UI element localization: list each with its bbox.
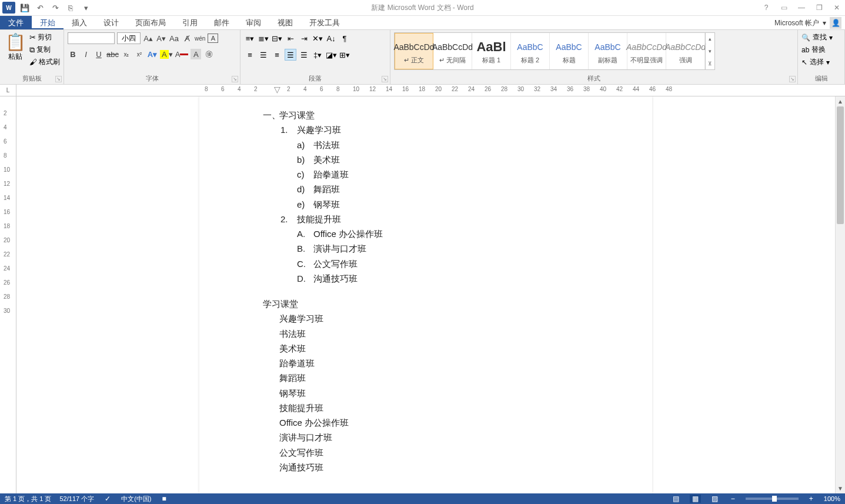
zoom-thumb[interactable] xyxy=(772,496,777,502)
doc-line[interactable]: D.沟通技巧班 xyxy=(256,272,596,285)
paste-button[interactable]: 📋 粘贴 xyxy=(4,32,27,62)
restore-button[interactable]: ❐ xyxy=(811,2,827,14)
line-spacing-button[interactable]: ‡▾ xyxy=(312,49,323,61)
subscript-button[interactable]: x₂ xyxy=(121,49,132,59)
account-area[interactable]: Microsoft 帐户 ▾ 👤 xyxy=(774,17,841,29)
doc-line[interactable]: B.演讲与口才班 xyxy=(256,242,596,255)
bold-button[interactable]: B xyxy=(68,49,78,59)
scroll-down-button[interactable]: ▼ xyxy=(836,483,845,493)
qat-touch-button[interactable]: ⎘ xyxy=(65,2,76,14)
style-item-7[interactable]: AaBbCcDd强调 xyxy=(666,33,705,69)
style-item-6[interactable]: AaBbCcDd不明显强调 xyxy=(627,33,666,69)
clear-format-button[interactable]: A̸ xyxy=(182,33,192,44)
doc-line[interactable]: a)书法班 xyxy=(256,138,596,152)
doc-line[interactable]: e)钢琴班 xyxy=(256,198,596,211)
justify-button[interactable]: ☰ xyxy=(285,49,296,61)
zoom-slider[interactable] xyxy=(746,498,799,500)
status-word-count[interactable]: 52/117 个字 xyxy=(59,495,94,503)
close-button[interactable]: ✕ xyxy=(829,2,845,14)
zoom-in-button[interactable]: + xyxy=(807,495,816,503)
style-item-2[interactable]: AaBl标题 1 xyxy=(472,33,511,69)
tab-insert[interactable]: 插入 xyxy=(64,16,95,29)
qat-customize-button[interactable]: ▾ xyxy=(80,2,92,14)
enclose-char-button[interactable]: ㊝ xyxy=(203,49,214,59)
doc-line[interactable]: 公文写作班 xyxy=(256,446,596,459)
horizontal-ruler[interactable]: 8642246810121416182022242628303234363840… xyxy=(16,85,845,96)
show-marks-button[interactable]: ¶ xyxy=(339,32,350,44)
doc-line[interactable]: 沟通技巧班 xyxy=(256,460,596,474)
page-viewport[interactable]: 一、学习课堂1.兴趣学习班a)书法班b)美术班c)跆拳道班d)舞蹈班e)钢琴班2… xyxy=(16,96,835,493)
decrease-indent-button[interactable]: ⇤ xyxy=(285,32,296,44)
grow-font-button[interactable]: A▴ xyxy=(143,33,153,44)
doc-line[interactable]: 2.技能提升班 xyxy=(256,212,596,226)
qat-save-button[interactable]: 💾 xyxy=(19,2,31,14)
status-page[interactable]: 第 1 页，共 1 页 xyxy=(5,495,51,503)
macro-record-icon[interactable]: ■ xyxy=(160,495,169,503)
replace-button[interactable]: ab替换 xyxy=(801,45,833,55)
select-button[interactable]: ↖选择 ▾ xyxy=(801,57,833,67)
ltr-button[interactable]: ✕▾ xyxy=(312,32,323,44)
read-mode-button[interactable]: ▤ xyxy=(670,495,682,503)
status-language[interactable]: 中文(中国) xyxy=(121,495,151,503)
gallery-down-button[interactable]: ▾ xyxy=(706,45,714,58)
vertical-scrollbar[interactable]: ▲ ▼ xyxy=(835,96,845,493)
indent-marker-icon[interactable]: ▽ xyxy=(274,85,280,94)
tab-layout[interactable]: 页面布局 xyxy=(127,16,174,29)
font-name-combo[interactable] xyxy=(68,32,115,44)
doc-line[interactable]: 舞蹈班 xyxy=(256,371,596,385)
doc-line[interactable]: c)跆拳道班 xyxy=(256,168,596,181)
doc-line[interactable]: C.公文写作班 xyxy=(256,257,596,271)
doc-line[interactable]: 跆拳道班 xyxy=(256,356,596,370)
char-shading-button[interactable]: A xyxy=(191,49,201,59)
clipboard-dialog-launcher[interactable]: ↘ xyxy=(55,76,62,82)
doc-line[interactable]: 演讲与口才班 xyxy=(256,430,596,444)
align-left-button[interactable]: ≡ xyxy=(244,49,256,61)
copy-button[interactable]: ⧉复制 xyxy=(29,45,60,55)
find-button[interactable]: 🔍查找 ▾ xyxy=(801,32,833,42)
increase-indent-button[interactable]: ⇥ xyxy=(298,32,310,44)
align-right-button[interactable]: ≡ xyxy=(271,49,283,61)
font-size-combo[interactable] xyxy=(117,32,141,44)
align-center-button[interactable]: ☰ xyxy=(258,49,269,61)
doc-line[interactable]: 学习课堂 xyxy=(256,297,596,311)
paragraph-dialog-launcher[interactable]: ↘ xyxy=(382,76,388,82)
underline-button[interactable]: U xyxy=(93,49,104,59)
tab-home[interactable]: 开始 xyxy=(32,16,64,29)
help-button[interactable]: ? xyxy=(758,2,774,14)
style-item-5[interactable]: AaBbC副标题 xyxy=(589,33,627,69)
doc-line[interactable]: 1.兴趣学习班 xyxy=(256,123,596,136)
cut-button[interactable]: ✂剪切 xyxy=(29,32,60,42)
tab-review[interactable]: 审阅 xyxy=(238,16,269,29)
italic-button[interactable]: I xyxy=(81,49,91,59)
doc-line[interactable]: 一、学习课堂 xyxy=(256,108,596,122)
tab-design[interactable]: 设计 xyxy=(95,16,127,29)
tab-developer[interactable]: 开发工具 xyxy=(301,16,348,29)
gallery-up-button[interactable]: ▴ xyxy=(706,33,714,45)
doc-line[interactable]: 钢琴班 xyxy=(256,386,596,400)
char-border-button[interactable]: A xyxy=(208,34,218,43)
distribute-button[interactable]: ☰ xyxy=(298,49,310,61)
shrink-font-button[interactable]: A▾ xyxy=(156,33,166,44)
style-item-3[interactable]: AaBbC标题 2 xyxy=(511,33,550,69)
minimize-button[interactable]: — xyxy=(793,2,810,14)
doc-line[interactable]: 技能提升班 xyxy=(256,401,596,415)
doc-line[interactable]: 书法班 xyxy=(256,327,596,341)
qat-undo-button[interactable]: ↶ xyxy=(34,2,46,14)
bullets-button[interactable]: ≡▾ xyxy=(244,32,256,44)
web-layout-button[interactable]: ▨ xyxy=(709,495,720,503)
qat-redo-button[interactable]: ↷ xyxy=(49,2,61,14)
borders-button[interactable]: ⊞▾ xyxy=(339,49,350,61)
highlight-button[interactable]: A▾ xyxy=(160,49,173,59)
doc-line[interactable]: 美术班 xyxy=(256,342,596,355)
format-painter-button[interactable]: 🖌格式刷 xyxy=(29,57,60,67)
page[interactable]: 一、学习课堂1.兴趣学习班a)书法班b)美术班c)跆拳道班d)舞蹈班e)钢琴班2… xyxy=(199,96,652,493)
tab-view[interactable]: 视图 xyxy=(269,16,301,29)
doc-line[interactable]: 兴趣学习班 xyxy=(256,312,596,325)
change-case-button[interactable]: Aa xyxy=(169,33,179,44)
doc-line[interactable]: b)美术班 xyxy=(256,153,596,166)
text-effects-button[interactable]: A▾ xyxy=(147,49,158,59)
style-item-4[interactable]: AaBbC标题 xyxy=(550,33,589,69)
sort-button[interactable]: A↓ xyxy=(325,32,337,44)
gallery-more-button[interactable]: ⊻ xyxy=(706,57,714,69)
style-item-0[interactable]: AaBbCcDd↵ 正文 xyxy=(395,33,433,69)
